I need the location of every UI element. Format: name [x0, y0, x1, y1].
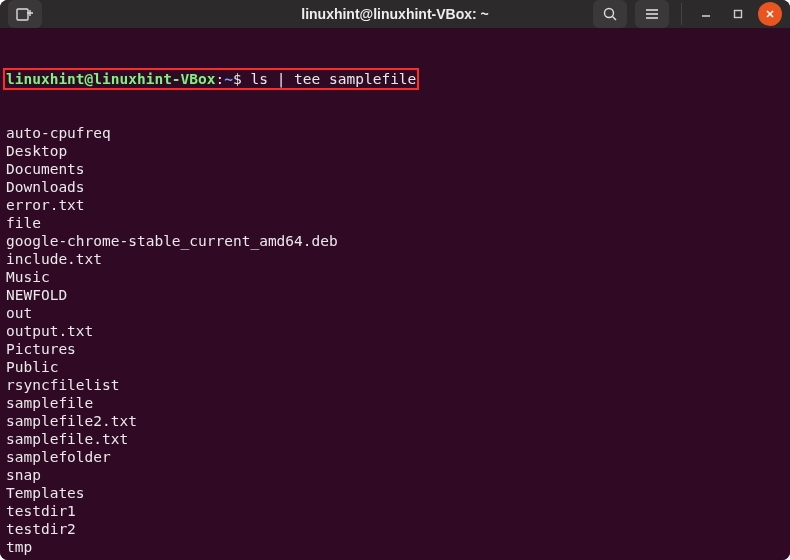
output-line: Downloads [6, 178, 784, 196]
prompt-line-1: linuxhint@linuxhint-VBox:~$ ls | tee sam… [6, 70, 784, 88]
svg-rect-0 [17, 9, 28, 20]
command-highlight: linuxhint@linuxhint-VBox:~$ ls | tee sam… [3, 68, 419, 90]
new-tab-icon [16, 6, 34, 22]
output-line: Documents [6, 160, 784, 178]
output-line: rsyncfilelist [6, 376, 784, 394]
prompt-path: ~ [224, 71, 233, 87]
titlebar-separator [681, 3, 682, 25]
output-line: output.txt [6, 322, 784, 340]
close-icon [764, 8, 776, 20]
output-line: samplefile [6, 394, 784, 412]
maximize-icon [732, 8, 744, 20]
output-line: samplefolder [6, 448, 784, 466]
output-line: include.txt [6, 250, 784, 268]
output-line: testdir1 [6, 502, 784, 520]
output-line: Desktop [6, 142, 784, 160]
output-line: samplefile2.txt [6, 412, 784, 430]
titlebar-right [593, 0, 782, 28]
output-line: snap [6, 466, 784, 484]
output-line: Pictures [6, 340, 784, 358]
output-line: Music [6, 268, 784, 286]
maximize-button[interactable] [726, 2, 750, 26]
command-output: auto-cpufreqDesktopDocumentsDownloadserr… [6, 124, 784, 560]
minimize-button[interactable] [694, 2, 718, 26]
prompt-symbol: $ [233, 71, 242, 87]
menu-button[interactable] [635, 0, 669, 28]
output-line: testdir2 [6, 520, 784, 538]
titlebar: linuxhint@linuxhint-VBox: ~ [0, 0, 790, 28]
command-text: ls | tee samplefile [250, 71, 416, 87]
output-line: tmp [6, 538, 784, 556]
close-button[interactable] [758, 2, 782, 26]
output-line: Templates [6, 484, 784, 502]
terminal-window: linuxhint@linuxhint-VBox: ~ [0, 0, 790, 560]
output-line: out [6, 304, 784, 322]
svg-point-3 [605, 9, 614, 18]
terminal-body[interactable]: linuxhint@linuxhint-VBox:~$ ls | tee sam… [0, 28, 790, 560]
output-line: google-chrome-stable_current_amd64.deb [6, 232, 784, 250]
output-line: file [6, 214, 784, 232]
output-line: var [6, 556, 784, 560]
minimize-icon [700, 8, 712, 20]
output-line: error.txt [6, 196, 784, 214]
output-line: samplefile.txt [6, 430, 784, 448]
svg-rect-9 [735, 11, 742, 18]
output-line: auto-cpufreq [6, 124, 784, 142]
search-icon [602, 6, 618, 22]
window-title: linuxhint@linuxhint-VBox: ~ [301, 6, 488, 22]
titlebar-left [8, 0, 42, 28]
svg-line-4 [613, 17, 617, 21]
search-button[interactable] [593, 0, 627, 28]
hamburger-icon [644, 6, 660, 22]
output-line: NEWFOLD [6, 286, 784, 304]
prompt-sep: : [216, 71, 225, 87]
new-tab-button[interactable] [8, 0, 42, 28]
prompt-userhost: linuxhint@linuxhint-VBox [6, 71, 216, 87]
output-line: Public [6, 358, 784, 376]
